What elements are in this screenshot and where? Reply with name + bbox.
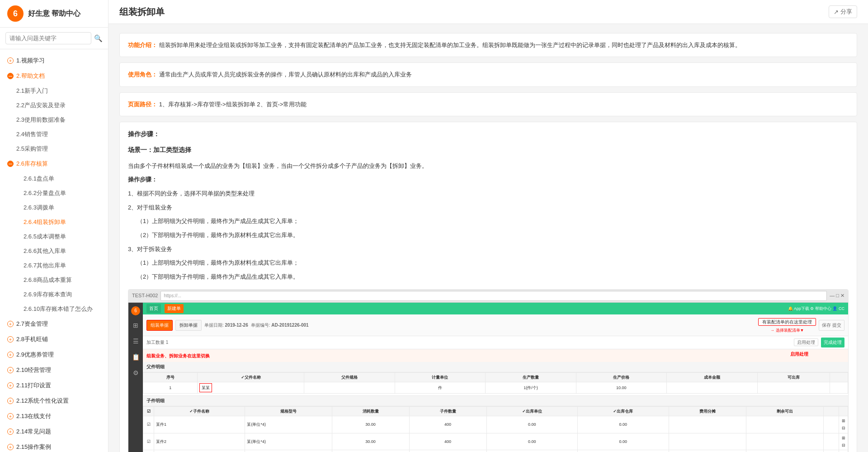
sidebar-item-case[interactable]: + 2.15操作案例 [0,439,108,452]
sidebar-item-label: 1.视频学习 [16,57,45,65]
screenshot: TEST-H002 https://... — □ ✕ 6 ⊞ ☰ 📋 ⚙ [128,289,849,452]
mock-nav-icon2: ☰ [133,336,139,347]
sidebar-item-data[interactable]: 2.3使用前数据准备 [0,113,108,127]
collapse-icon [7,73,14,79]
ops-label: 操作步骤： [128,128,849,140]
intro-text: 组装拆卸单用来处理企业组装或拆卸等加工业务，支持有固定装配清单的产品加工业务，也… [159,42,741,48]
sidebar-item-print[interactable]: + 2.11打印设置 [0,378,108,393]
sidebar-item-ops[interactable]: + 2.10经营管理 [0,362,108,378]
mock-btn-select-bom: 有装配清单的在这里处理 [758,318,816,326]
sidebar-item-transfer[interactable]: 2.6.3调拨单 [0,200,108,215]
expand-icon: + [7,321,14,327]
sidebar-item-custom[interactable]: + 2.12系统个性化设置 [0,393,108,409]
expand-icon: + [7,336,14,343]
ops-steps-label: 操作步骤： [128,174,849,186]
share-icon: ↗ [834,9,839,15]
sidebar-item-mobile[interactable]: + 2.8手机旺铺 [0,332,108,347]
mock-nav-icon4: ⚙ [133,367,139,379]
sidebar-item-faq[interactable]: + 2.14常见问题 [0,424,108,439]
step3-sub2: （2）下部明细为子件明细，最终作为产成品生成其它入库单。 [137,271,849,283]
mock-btn-save: 保存 提交 [819,320,844,331]
collapse-icon-inventory [7,161,14,167]
path-text: 1、库存核算->库存管理->组装拆卸单 2、首页->常用功能 [159,101,307,108]
mock-annotation1: → 选择装配清单▼ [758,327,816,334]
sidebar-item-newcomer[interactable]: 2.1新手入门 [0,84,108,98]
search-box: 🔍 [0,28,108,49]
mock-nav-icon3: 📋 [132,352,140,363]
sidebar-item-stocktake[interactable]: 2.6.1盘点单 [0,171,108,186]
sidebar-item-partial[interactable]: 2.6.2分量盘点单 [0,186,108,200]
sidebar-item-recalc[interactable]: 2.6.8商品成本重算 [0,273,108,287]
mock-app-controls: — □ ✕ [830,291,844,300]
mock-form-date: 单据日期: 2019-12-26 [204,321,248,329]
mock-form-id: 单据编号: AD-20191226-001 [251,321,309,329]
sidebar-item-payment[interactable]: + 2.13在线支付 [0,409,108,424]
sidebar-item-ledger[interactable]: 2.6.9库存账本查询 [0,287,108,302]
mock-address-bar: TEST-H002 [132,291,158,300]
mock-enable-btn: 启用处理 [794,338,818,346]
path-label: 页面路径： [128,101,157,108]
ops-block: 操作步骤： 场景一：加工类型选择 当由多个子件材料组装成一个成品的业务为【组装】… [119,122,857,452]
step2-sub2: （2）下部明细为子件明细，最终作为原材料生成其它出库单。 [137,230,849,241]
expand-icon: + [7,444,14,450]
step2-sub1: （1）上部明细为父件明细，最终作为产成品生成其它入库单； [137,216,849,227]
logo-icon: 6 [7,5,24,22]
sidebar-item-label: 2.6库存核算 [16,160,48,168]
sidebar-item-error[interactable]: 2.6.10库存账本错了怎么办 [0,302,108,316]
mock-tab-new: 新建单 [165,304,184,313]
sidebar-item-assembly[interactable]: 2.6.4组装拆卸单 [0,215,108,229]
sidebar-item-finance[interactable]: + 2.7资金管理 [0,316,108,332]
expand-icon: + [7,352,14,358]
expand-icon: + [7,413,14,419]
search-input[interactable] [5,32,91,44]
path-block: 页面路径： 1、库存核算->库存管理->组装拆卸单 2、首页->常用功能 [119,92,857,116]
step2: 2、对于组装业务 [128,202,849,214]
sidebar-item-install[interactable]: 2.2产品安装及登录 [0,98,108,113]
sidebar-item-other-out[interactable]: 2.6.7其他出库单 [0,258,108,273]
sidebar: 6 好生意 帮助中心 🔍 + 1.视频学习 2.帮助文档 2.1新手入门 2.2… [0,0,108,452]
step1: 1、根据不同的业务，选择不同单据的类型来处理 [128,188,849,200]
expand-icon: + [7,382,14,389]
mock-btn-disassembly: 拆卸单据 [175,320,202,331]
main-header: 组装拆卸单 ↗ 分享 [108,0,868,24]
sidebar-header: 6 好生意 帮助中心 [0,0,108,28]
sidebar-item-sales[interactable]: 2.4销售管理 [0,127,108,142]
main-content: 组装拆卸单 ↗ 分享 功能介绍： 组装拆卸单用来处理企业组装或拆卸等加工业务，支… [108,0,868,452]
mock-child-label: 子件明细 [143,395,848,406]
mock-qty-label: 加工数量 1 [146,338,168,347]
step3-sub1: （1）上部明细为父件明细，最终作为原材料生成其它出库单； [137,257,849,269]
sidebar-item-docs[interactable]: 2.帮助文档 [0,68,108,84]
mock-parent-table: 序号 ✓父件名称 父件规格 计量单位 生产数量 生产价格 成本金额 可出库 [143,372,848,394]
search-icon[interactable]: 🔍 [94,34,103,43]
scene1-desc: 当由多个子件材料组装成一个成品的业务为【组装】业务，当由一个父件拆分成多个子产品… [128,161,849,172]
sidebar-title: 好生意 帮助中心 [28,9,80,19]
mock-nav-icon1: ⊞ [133,320,138,331]
scene1-label: 场景一：加工类型选择 [128,144,849,156]
mock-topbar-icons: 🔔 App下载 ⚙ 帮助中心 👤 CC [788,305,844,312]
role-block: 使用角色： 通常由生产人员或库管人员完成拆装业务的操作，库管人员确认原材料的出库… [119,62,857,86]
sidebar-item-coupon[interactable]: + 2.9优惠券管理 [0,347,108,362]
mock-confirm-btn: 完成处理 [821,338,844,347]
annotation-enable: 启用处理 [790,350,808,358]
intro-label: 功能介绍： [128,42,157,48]
expand-icon: + [7,367,14,373]
annotation-switch: 组装业务、拆卸业务在这里切换 [146,353,210,358]
sidebar-item-cost[interactable]: 2.6.5成本调整单 [0,229,108,244]
sidebar-item-video[interactable]: + 1.视频学习 [0,53,108,68]
sidebar-item-purchase[interactable]: 2.5采购管理 [0,142,108,156]
page-title: 组装拆卸单 [119,6,165,18]
sidebar-nav: + 1.视频学习 2.帮助文档 2.1新手入门 2.2产品安装及登录 2.3使用… [0,49,108,452]
expand-icon: + [7,57,14,64]
mock-logo: 6 [131,306,140,315]
role-text: 通常由生产人员或库管人员完成拆装业务的操作，库管人员确认原材料的出库和产成品的入… [159,71,412,78]
share-button[interactable]: ↗ 分享 [829,5,857,18]
expand-icon: + [7,398,14,404]
sidebar-item-inventory[interactable]: 2.6库存核算 [0,156,108,171]
content-area: 功能介绍： 组装拆卸单用来处理企业组装或拆卸等加工业务，支持有固定装配清单的产品… [108,24,868,452]
expand-icon: + [7,428,14,435]
intro-block: 功能介绍： 组装拆卸单用来处理企业组装或拆卸等加工业务，支持有固定装配清单的产品… [119,33,857,57]
sidebar-item-label: 2.帮助文档 [16,72,45,80]
mock-parent-label: 父件明细 [143,362,848,372]
sidebar-item-other-in[interactable]: 2.6.6其他入库单 [0,244,108,258]
mock-tab-home: 首页 [146,304,161,313]
